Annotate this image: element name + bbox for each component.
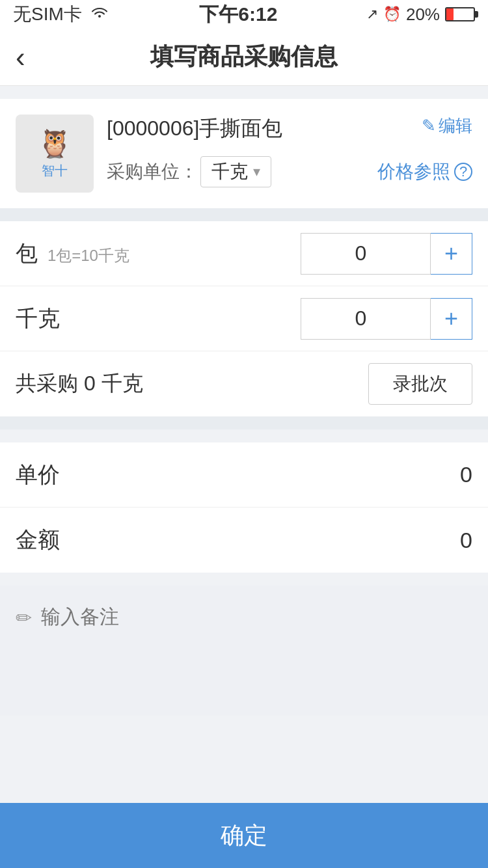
product-header: [0000006]手撕面包 ✎ 编辑: [107, 115, 472, 143]
remark-input[interactable]: [41, 604, 472, 682]
status-left: 无SIM卡: [13, 2, 111, 27]
bag-input-controls: +: [301, 233, 472, 275]
batch-label: 录批次: [393, 372, 448, 396]
batch-button[interactable]: 录批次: [368, 363, 472, 405]
amount-value: 0: [460, 528, 472, 553]
alarm-icon: ⏰: [383, 6, 401, 23]
section-divider-1: [0, 208, 488, 221]
bag-label-group: 包 1包=10千克: [16, 239, 129, 269]
status-time: 下午6:12: [199, 1, 277, 28]
kg-qty-input[interactable]: [301, 298, 431, 340]
nav-bar: ‹ 填写商品采购信息: [0, 29, 488, 86]
bag-plus-icon: +: [444, 240, 458, 267]
kg-label-group: 千克: [16, 304, 60, 334]
status-right: ↗ ⏰ 20%: [366, 5, 475, 25]
purchase-unit-row: 采购单位： 千克 ▾ 价格参照 ?: [107, 156, 472, 187]
product-title: 手撕面包: [199, 116, 282, 140]
unit-price-value: 0: [460, 462, 472, 487]
location-icon: ↗: [366, 6, 378, 23]
bag-plus-button[interactable]: +: [431, 233, 472, 275]
bottom-spacer: [0, 716, 488, 781]
pencil-icon: ✏: [16, 606, 32, 629]
chevron-down-icon: ▾: [253, 163, 260, 180]
unit-select[interactable]: 千克 ▾: [200, 156, 271, 187]
product-info: [0000006]手撕面包 ✎ 编辑 采购单位： 千克 ▾ 价格参照 ?: [107, 115, 472, 187]
kg-plus-icon: +: [444, 305, 458, 332]
back-button[interactable]: ‹: [16, 41, 25, 74]
kg-input-row: 千克 +: [0, 286, 488, 351]
confirm-button[interactable]: 确定: [0, 803, 488, 868]
unit-value: 千克: [211, 159, 248, 184]
status-bar: 无SIM卡 下午6:12 ↗ ⏰ 20%: [0, 0, 488, 29]
amount-row: 金额 0: [0, 508, 488, 573]
battery-icon: [445, 7, 475, 21]
product-name: [0000006]手撕面包: [107, 115, 282, 143]
bag-sublabel: 1包=10千克: [47, 247, 129, 264]
product-thumbnail: 🦉 智十: [16, 115, 94, 193]
total-row: 共采购 0 千克 录批次: [0, 351, 488, 416]
back-icon: ‹: [16, 41, 25, 73]
product-card: 🦉 智十 [0000006]手撕面包 ✎ 编辑 采购单位： 千克 ▾ 价格参照: [0, 99, 488, 208]
purchase-unit-label: 采购单位：: [107, 159, 198, 184]
bag-qty-input[interactable]: [301, 233, 431, 275]
price-section: 单价 0 金额 0: [0, 442, 488, 573]
total-label: 共采购 0 千克: [16, 370, 143, 398]
edit-label: 编辑: [439, 115, 472, 137]
confirm-label: 确定: [221, 820, 267, 852]
bag-input-row: 包 1包=10千克 +: [0, 221, 488, 286]
unit-price-label: 单价: [16, 460, 60, 490]
kg-input-controls: +: [301, 298, 472, 340]
section-divider-2: [0, 416, 488, 429]
battery-percent: 20%: [406, 5, 440, 25]
wifi-icon: [88, 4, 111, 25]
amount-label: 金额: [16, 525, 60, 555]
remark-section: ✏: [0, 586, 488, 716]
bag-label: 包: [16, 241, 38, 265]
unit-price-row: 单价 0: [0, 442, 488, 508]
carrier-text: 无SIM卡: [13, 2, 82, 27]
input-section: 包 1包=10千克 + 千克 +: [0, 221, 488, 351]
page-title: 填写商品采购信息: [150, 41, 338, 73]
kg-label: 千克: [16, 306, 60, 331]
edit-icon: ✎: [422, 116, 436, 136]
help-icon: ?: [454, 163, 472, 181]
product-id: [0000006]: [107, 116, 199, 140]
edit-button[interactable]: ✎ 编辑: [422, 115, 472, 137]
price-ref-label: 价格参照: [377, 159, 450, 184]
product-thumb-owl: 🦉: [38, 128, 72, 159]
kg-plus-button[interactable]: +: [431, 298, 472, 340]
price-ref-button[interactable]: 价格参照 ?: [377, 159, 472, 184]
product-thumb-label: 智十: [42, 162, 68, 180]
